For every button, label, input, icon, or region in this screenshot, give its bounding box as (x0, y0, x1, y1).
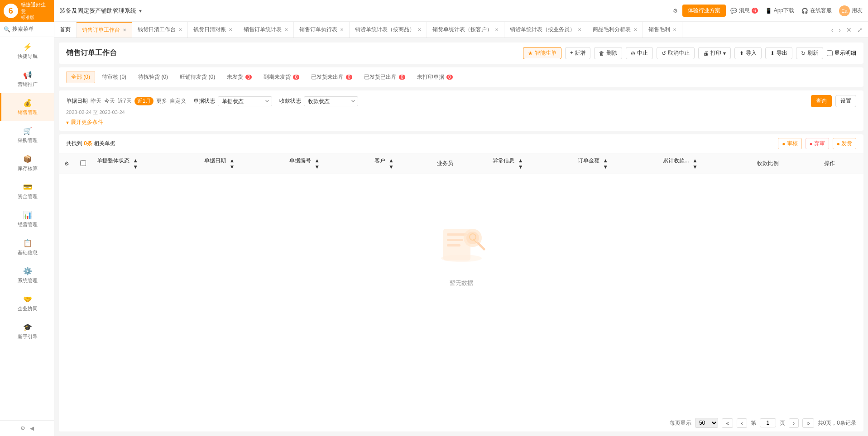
sort-status[interactable]: ▲▼ (133, 157, 138, 170)
sort-amount[interactable]: ▲▼ (603, 157, 608, 170)
tab-cash-reconcile[interactable]: 钱货日清对账 ✕ (188, 22, 238, 38)
sidebar-item-operations[interactable]: 📊 经营管理 (0, 205, 54, 233)
topbar-gear-icon[interactable]: ⚙ (673, 8, 678, 14)
online-service-btn[interactable]: 🎧 在线客服 (801, 7, 832, 14)
topbar-dropdown[interactable]: ▾ (139, 8, 142, 14)
orders-table: ⚙ 单据整体状态 ▲▼ 单据日期 ▲▼ 单据编号 (59, 153, 863, 174)
delete-btn[interactable]: 🗑 删除 (594, 47, 622, 59)
add-btn[interactable]: + 新增 (565, 47, 590, 59)
sidebar-item-system[interactable]: ⚙️ 系统管理 (0, 261, 54, 289)
sidebar-item-finance[interactable]: 💳 资金管理 (0, 177, 54, 205)
tab-close-sales-summary-product[interactable]: ✕ (417, 27, 421, 32)
tab-prev-btn[interactable]: ‹ (830, 25, 835, 34)
sidebar-item-purchase[interactable]: 🛒 采购管理 (0, 121, 54, 149)
sort-date[interactable]: ▲▼ (229, 157, 235, 170)
next-page-btn[interactable]: › (789, 418, 799, 428)
sidebar-item-sales[interactable]: 💰 销售管理 (0, 93, 54, 121)
sort-customer[interactable]: ▲▼ (388, 157, 394, 170)
sub-tab-wangpu[interactable]: 旺铺待发货 (0) (175, 71, 220, 83)
payment-select[interactable]: 收款状态 (304, 96, 358, 106)
col-gear[interactable]: ⚙ (59, 153, 75, 174)
settings-bottom-icon[interactable]: ⚙ (20, 425, 25, 431)
sub-tab-pending-review[interactable]: 待审核 (0) (97, 71, 131, 83)
cancel-stop-btn[interactable]: ↺ 取消中止 (657, 47, 695, 59)
query-btn[interactable]: 查询 (811, 95, 832, 107)
tab-close-all-btn[interactable]: ✕ (844, 25, 854, 34)
import-btn[interactable]: ⬆ 导入 (734, 47, 762, 59)
prev-page-btn[interactable]: ‹ (737, 418, 747, 428)
sub-tab-pending-inspect[interactable]: 待拣验货 (0) (133, 71, 173, 83)
tab-close-sales-stats[interactable]: ✕ (284, 27, 288, 32)
first-page-btn[interactable]: « (722, 418, 733, 428)
col-action: 操作 (819, 153, 863, 174)
date-yesterday[interactable]: 昨天 (91, 97, 101, 105)
review-btn[interactable]: ● 审核 (778, 138, 801, 149)
date-more[interactable]: 更多 (156, 97, 167, 105)
message-btn[interactable]: 💬 消息 6 (730, 7, 758, 14)
tabbar-actions: ‹ › ✕ ⤢ (826, 25, 868, 34)
svg-rect-3 (447, 239, 463, 241)
sub-tab-not-printed[interactable]: 未打印单据 0 (412, 71, 458, 83)
sub-tab-shipped-not-out[interactable]: 已发货未出库 0 (306, 71, 357, 83)
tab-home[interactable]: 首页 (54, 22, 77, 38)
tab-gross-profit[interactable]: 商品毛利分析表 ✕ (587, 22, 643, 38)
tab-close-cash-daily[interactable]: ✕ (178, 27, 182, 32)
sidebar-item-guide[interactable]: 🎓 新手引导 (0, 318, 54, 346)
topbar-solution-btn[interactable]: 体验行业方案 (682, 5, 726, 17)
sidebar-item-marketing[interactable]: 📢 营销推广 (0, 65, 54, 93)
sidebar-search[interactable]: 🔍 搜索菜单 (0, 22, 54, 37)
tab-cash-daily[interactable]: 钱货日清工作台 ✕ (132, 22, 188, 38)
col-checkbox[interactable] (75, 153, 91, 174)
tab-sales-summary-customer[interactable]: 销货单统计表（按客户） ✕ (427, 22, 504, 38)
ai-create-btn[interactable]: ★ 智能生单 (523, 47, 561, 59)
app-download-btn[interactable]: 📱 App下载 (765, 7, 794, 14)
stop-btn[interactable]: ⊘ 中止 (626, 47, 653, 59)
date-7days[interactable]: 近7天 (118, 97, 132, 105)
tab-next-btn[interactable]: › (837, 25, 843, 34)
tab-close-cash-reconcile[interactable]: ✕ (229, 27, 232, 32)
show-detail-checkbox[interactable] (827, 50, 833, 56)
tab-close-sales-summary-customer[interactable]: ✕ (495, 27, 499, 32)
sub-tab-shipped-out[interactable]: 已发货已出库 0 (359, 71, 410, 83)
tab-sales-summary-product[interactable]: 销货单统计表（按商品） ✕ (350, 22, 427, 38)
date-custom[interactable]: 自定义 (170, 97, 186, 105)
tab-close-sales-exec[interactable]: ✕ (340, 27, 344, 32)
sidebar-item-quick-nav[interactable]: ⚡ 快捷导航 (0, 37, 54, 65)
date-1month[interactable]: 近1月 (134, 97, 154, 105)
sort-number[interactable]: ▲▼ (314, 157, 320, 170)
sub-tab-not-shipped[interactable]: 未发货 0 (222, 71, 257, 83)
tab-sales-hui[interactable]: 销售毛利 ✕ (643, 22, 682, 38)
tab-maximize-btn[interactable]: ⤢ (855, 25, 864, 34)
page-number-input[interactable] (760, 418, 776, 427)
tab-close-gross-profit[interactable]: ✕ (633, 27, 637, 32)
tab-close-sales-summary-staff[interactable]: ✕ (578, 27, 581, 32)
date-today[interactable]: 今天 (104, 97, 115, 105)
ship-btn[interactable]: ● 发货 (833, 138, 856, 149)
sidebar-item-basic[interactable]: 📋 基础信息 (0, 233, 54, 261)
tab-sales-stats[interactable]: 销售订单统计表 ✕ (238, 22, 294, 38)
last-page-btn[interactable]: » (802, 418, 814, 428)
sidebar-item-inventory[interactable]: 📦 库存核算 (0, 149, 54, 177)
tab-close-sales-workbench[interactable]: ✕ (123, 28, 126, 33)
status-select[interactable]: 单据状态 (218, 96, 272, 106)
refresh-btn[interactable]: ↻ 刷新 (796, 47, 823, 59)
sort-collected[interactable]: ▲▼ (692, 157, 698, 170)
user-menu[interactable]: Ea 用友 (839, 5, 863, 16)
sub-tab-expired-not-shipped[interactable]: 到期未发货 0 (259, 71, 304, 83)
show-detail-checkbox-label[interactable]: 显示明细 (827, 49, 856, 57)
tab-close-sales-hui[interactable]: ✕ (673, 27, 676, 32)
print-btn[interactable]: 🖨 打印 ▾ (698, 47, 731, 59)
expand-filter-btn[interactable]: ▾ 展开更多条件 (66, 118, 856, 126)
select-all-checkbox[interactable] (80, 160, 86, 166)
export-btn[interactable]: ⬇ 导出 (765, 47, 792, 59)
sidebar-item-enterprise[interactable]: 🤝 企业协同 (0, 289, 54, 318)
cancel-review-btn[interactable]: ● 弃审 (806, 138, 829, 149)
tab-sales-summary-staff[interactable]: 销货单统计表（按业务员） ✕ (504, 22, 587, 38)
tab-sales-exec[interactable]: 销售订单执行表 ✕ (294, 22, 350, 38)
filter-settings-btn[interactable]: 设置 (835, 95, 856, 107)
sub-tab-all[interactable]: 全部 (0) (66, 71, 95, 83)
sort-exception[interactable]: ▲▼ (518, 157, 523, 170)
tab-sales-workbench[interactable]: 销售订单工作台 ✕ (77, 22, 132, 38)
collapse-icon[interactable]: ◀ (30, 425, 34, 431)
page-size-select[interactable]: 50 10 20 100 (695, 418, 718, 428)
